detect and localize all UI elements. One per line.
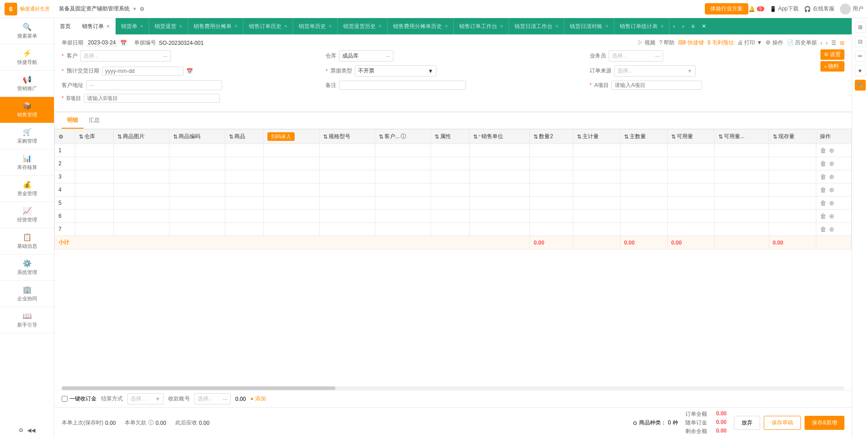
delivery-input[interactable] — [102, 67, 184, 76]
tab-close-icon[interactable]: × — [284, 23, 287, 29]
one-click-checkbox[interactable] — [62, 396, 68, 402]
more-icon[interactable]: ··· — [163, 53, 168, 59]
sidebar-item-finance[interactable]: 💰 资金管理 — [0, 176, 54, 202]
tab-detail[interactable]: 明细 — [62, 113, 83, 129]
tab-nav-next[interactable]: › — [679, 23, 688, 29]
user-item[interactable]: 用户 — [840, 4, 863, 14]
grid-view-btn[interactable]: ⊞ — [840, 40, 844, 46]
invoice-input[interactable]: 不开票 ▼ — [355, 65, 436, 77]
note-input[interactable] — [339, 81, 466, 90]
tab-close-icon[interactable]: × — [445, 23, 448, 29]
cell-qty2[interactable] — [530, 144, 573, 157]
tab-close-all[interactable]: ✕ — [698, 23, 710, 29]
cell-main-qty[interactable] — [620, 144, 667, 157]
operation-btn[interactable]: ⚙ 操作 — [766, 39, 783, 47]
app-download-item[interactable]: 📱 App下载 — [770, 5, 799, 13]
sidebar-item-basic-info[interactable]: 📋 基础信息 — [0, 228, 54, 255]
add-btn[interactable]: ● 添加 — [250, 395, 266, 403]
one-click-label[interactable]: 一键收订金 — [62, 395, 97, 403]
th-product[interactable]: ⇅ 商品 — [225, 130, 263, 144]
sidebar-item-purchase[interactable]: 🛒 采购管理 — [0, 123, 54, 149]
sidebar-item-enterprise[interactable]: 🏢 企业协同 — [0, 281, 54, 307]
cell-warehouse[interactable] — [75, 144, 113, 157]
add-material-btn[interactable]: + 物料 — [820, 61, 844, 72]
delete-row-btn[interactable]: 🗑 — [820, 226, 826, 233]
th-warehouse[interactable]: ⇅ 仓库 — [75, 130, 113, 144]
list-view-btn[interactable]: ☰ — [831, 40, 836, 46]
next-record-btn[interactable]: › — [826, 40, 828, 46]
online-service-item[interactable]: 🎧 在线客服 — [804, 5, 834, 13]
right-panel-btn-3[interactable]: ✏ — [855, 51, 866, 62]
sidebar-item-marketing[interactable]: 📢 营销推广 — [0, 71, 54, 97]
th-quantity2[interactable]: ⇅ 数量2 — [530, 130, 573, 144]
sidebar-settings-icon[interactable]: ⚙ — [19, 427, 24, 433]
settings-float-btn[interactable]: ⚙ 设置 — [820, 49, 844, 60]
help-btn[interactable]: ? 帮助 — [659, 39, 674, 47]
dropdown-icon[interactable]: ▼ — [687, 68, 693, 74]
th-available2[interactable]: ⇅ 可用量... — [714, 130, 769, 144]
date-value[interactable]: 2023-03-24 — [86, 39, 117, 46]
copy-row-btn[interactable]: ⊕ — [829, 186, 834, 193]
th-product-code[interactable]: ⇅ 商品编码 — [169, 130, 225, 144]
sidebar-item-search[interactable]: 🔍 搜索菜单 — [0, 18, 54, 44]
dropdown-arrow-icon[interactable]: ▼ — [132, 6, 137, 11]
cell-product[interactable] — [225, 144, 263, 157]
cell-stock[interactable] — [769, 144, 816, 157]
shortcut-btn[interactable]: ⌨ 快捷键 — [678, 39, 703, 47]
tab-close-icon[interactable]: × — [378, 23, 382, 29]
tab-close-icon[interactable]: × — [605, 23, 608, 29]
tab-sales-return[interactable]: 销货退货 × — [149, 18, 188, 34]
info-icon[interactable]: ⓘ — [148, 419, 154, 427]
copy-row-btn[interactable]: ⊕ — [829, 160, 834, 167]
tab-sales-goods[interactable]: 销货单 × — [116, 18, 149, 34]
cell-image[interactable] — [113, 144, 169, 157]
sidebar-item-sales[interactable]: 📦 销售管理 — [0, 97, 54, 123]
th-current-stock[interactable]: ⇅ 现存量 — [769, 130, 816, 144]
more-icon[interactable]: ··· — [223, 396, 228, 402]
save-new-button[interactable]: 保存&新增 — [805, 416, 844, 430]
tab-return-history[interactable]: 销货退货历史 × — [338, 18, 388, 34]
th-available[interactable]: ⇅ 可用量 — [667, 130, 714, 144]
order-source-input[interactable]: 选择... ▼ — [614, 65, 696, 77]
th-attribute[interactable]: ⇅ 属性 — [431, 130, 469, 144]
cell-customer-code[interactable] — [375, 144, 431, 157]
scrollbar-thumb[interactable] — [62, 386, 335, 390]
tab-summary[interactable]: 汇总 — [83, 113, 105, 129]
scan-button[interactable]: 扫码录入 — [267, 132, 295, 141]
cell-main-unit[interactable] — [573, 144, 620, 157]
copy-row-btn[interactable]: ⊕ — [829, 212, 834, 220]
tab-close-icon[interactable]: × — [140, 23, 143, 29]
tab-home[interactable]: 首页 — [54, 18, 77, 34]
notification-item[interactable]: 🔔 9 — [748, 6, 764, 12]
more-icon[interactable]: ··· — [89, 82, 94, 88]
settings-icon[interactable]: ⚙ — [140, 6, 145, 12]
th-main-unit[interactable]: ⇅ 主计量 — [573, 130, 620, 144]
address-input[interactable]: ··· — [86, 80, 222, 90]
tab-close-icon[interactable]: × — [107, 23, 110, 29]
warehouse-input[interactable]: 成品库 ··· — [339, 50, 393, 62]
sidebar-item-operations[interactable]: 📈 经营管理 — [0, 202, 54, 228]
tab-sales-fee[interactable]: 销售费用分摊单 × — [188, 18, 243, 34]
tab-close-icon[interactable]: × — [179, 23, 182, 29]
tab-close-icon[interactable]: × — [500, 23, 503, 29]
cell-spec[interactable] — [319, 144, 375, 157]
tab-fee-history[interactable]: 销售费用分摊单历史 × — [388, 18, 454, 34]
right-panel-btn-1[interactable]: ⊞ — [855, 22, 866, 33]
tab-workbench[interactable]: 销售订单工作台 × — [454, 18, 509, 34]
copy-row-btn[interactable]: ⊕ — [829, 226, 834, 233]
account-select[interactable]: 选择... ··· — [194, 393, 231, 404]
prev-record-btn[interactable]: ‹ — [820, 40, 822, 46]
history-btn[interactable]: 📄 历史单据 — [787, 39, 817, 47]
profit-btn[interactable]: $ 毛利预估 — [708, 39, 734, 47]
delete-row-btn[interactable]: 🗑 — [820, 212, 826, 220]
cell-code[interactable] — [169, 144, 225, 157]
tab-nav-more[interactable]: ≡ — [688, 23, 698, 29]
tab-nav-prev[interactable]: ‹ — [669, 23, 679, 29]
more-icon[interactable]: ··· — [386, 53, 390, 59]
print-btn[interactable]: 🖨 打印 ▼ — [737, 39, 762, 47]
tab-reconcile[interactable]: 钱货日清对账 × — [564, 18, 614, 34]
th-main-qty[interactable]: ⇅ 主数量 — [620, 130, 667, 144]
cell-sales-unit[interactable] — [469, 144, 530, 157]
sidebar-item-guide[interactable]: 📖 新手引导 — [0, 307, 54, 333]
sidebar-item-system[interactable]: ⚙️ 系统管理 — [0, 255, 54, 281]
